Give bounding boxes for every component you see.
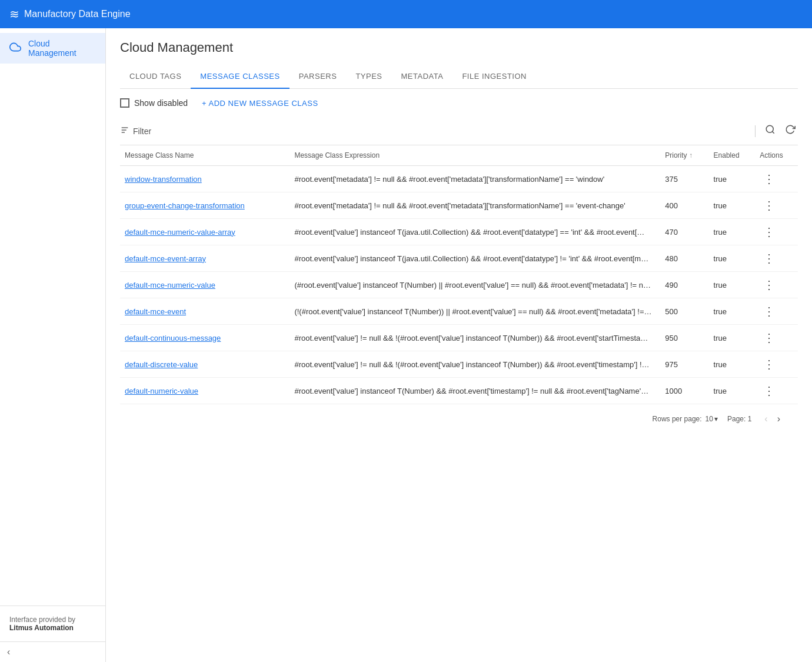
row-enabled: true [709,272,756,298]
row-name: default-mce-numeric-value [120,272,289,298]
row-actions-button[interactable]: ⋮ [760,330,778,345]
row-priority: 1000 [660,378,708,404]
row-actions-button[interactable]: ⋮ [760,277,778,292]
name-link[interactable]: default-mce-numeric-value [125,281,215,290]
page-label: Page: 1 [727,415,751,423]
logo-icon: ≋ [9,7,19,21]
name-link[interactable]: default-mce-event [125,307,186,316]
sidebar-footer: Interface provided by Litmus Automation [0,606,105,641]
row-actions: ⋮ [755,351,798,378]
table-toolbar: Filter [120,117,798,145]
row-enabled: true [709,219,756,245]
row-priority: 480 [660,245,708,272]
row-name: default-discrete-value [120,351,289,378]
table-toolbar-icons [753,122,798,140]
topbar: ≋ Manufactory Data Engine [0,0,812,28]
filter-icon [120,125,129,137]
row-actions-button[interactable]: ⋮ [760,198,778,213]
page-header: Cloud Management CLOUD TAGS MESSAGE CLAS… [106,28,812,89]
tab-types[interactable]: TYPES [346,65,391,89]
row-priority: 500 [660,298,708,325]
sidebar-item-cloud-management[interactable]: Cloud Management [0,33,105,64]
row-expression: #root.event['metadata'] != null && #root… [289,166,660,192]
tab-cloud-tags[interactable]: CLOUD TAGS [120,65,191,89]
priority-sort-icon: ↑ [689,151,693,159]
sidebar-bottom: Interface provided by Litmus Automation … [0,606,105,662]
table-row: default-discrete-value #root.event['valu… [120,351,798,378]
row-actions: ⋮ [755,378,798,404]
col-priority[interactable]: Priority ↑ [660,145,708,166]
row-priority: 490 [660,272,708,298]
next-page-button[interactable]: › [774,411,784,427]
tab-message-classes[interactable]: MESSAGE CLASSES [191,65,289,89]
content-area: Cloud Management CLOUD TAGS MESSAGE CLAS… [106,28,812,662]
row-actions: ⋮ [755,192,798,219]
show-disabled-checkbox[interactable] [120,98,129,108]
page-nav: ‹ › [761,411,784,427]
svg-line-4 [772,131,774,133]
sidebar: Cloud Management Interface provided by L… [0,28,106,662]
row-expression: #root.event['value'] instanceof T(java.u… [289,245,660,272]
row-actions: ⋮ [755,166,798,192]
row-name: default-mce-numeric-value-array [120,219,289,245]
col-actions: Actions [755,145,798,166]
table-row: window-transformation #root.event['metad… [120,166,798,192]
row-expression: #root.event['value'] instanceof T(Number… [289,378,660,404]
topbar-logo: ≋ Manufactory Data Engine [9,7,131,21]
table-row: default-mce-event-array #root.event['val… [120,245,798,272]
col-enabled: Enabled [709,145,756,166]
show-disabled-toggle[interactable]: Show disabled [120,98,188,108]
add-new-message-class-button[interactable]: + ADD NEW MESSAGE CLASS [202,99,318,108]
add-new-label: + ADD NEW MESSAGE CLASS [202,99,318,108]
sidebar-collapse-button[interactable]: ‹ [0,641,105,662]
name-link[interactable]: default-numeric-value [125,387,198,395]
rows-per-page: Rows per page: 10 ▾ [653,415,718,423]
table-row: default-continuous-message #root.event['… [120,325,798,351]
refresh-icon[interactable] [783,122,798,140]
table-row: group-event-change-transformation #root.… [120,192,798,219]
table-row: default-mce-numeric-value-array #root.ev… [120,219,798,245]
name-link[interactable]: default-continuous-message [125,334,221,342]
name-link[interactable]: default-mce-event-array [125,254,206,263]
tab-metadata[interactable]: METADATA [392,65,453,89]
row-actions-button[interactable]: ⋮ [760,304,778,319]
sidebar-footer-line1: Interface provided by [9,616,96,624]
filter-button[interactable]: Filter [120,125,151,137]
name-link[interactable]: default-mce-numeric-value-array [125,228,235,237]
tab-file-ingestion[interactable]: FILE INGESTION [452,65,536,89]
tab-parsers[interactable]: PARSERS [289,65,347,89]
table-row: default-numeric-value #root.event['value… [120,378,798,404]
name-link[interactable]: group-event-change-transformation [125,201,245,210]
row-name: group-event-change-transformation [120,192,289,219]
row-enabled: true [709,192,756,219]
rows-per-page-label: Rows per page: [653,415,702,423]
name-link[interactable]: default-discrete-value [125,360,198,369]
cloud-icon [9,41,21,56]
row-actions-button[interactable]: ⋮ [760,357,778,372]
col-name: Message Class Name [120,145,289,166]
row-actions: ⋮ [755,325,798,351]
svg-point-3 [766,125,773,132]
prev-page-button[interactable]: ‹ [761,411,771,427]
row-actions-button[interactable]: ⋮ [760,224,778,239]
row-expression: #root.event['metadata'] != null && #root… [289,192,660,219]
name-link[interactable]: window-transformation [125,175,202,184]
row-priority: 375 [660,166,708,192]
row-actions: ⋮ [755,219,798,245]
row-actions-button[interactable]: ⋮ [760,171,778,187]
rows-per-page-select[interactable]: 10 ▾ [705,415,718,423]
app-title: Manufactory Data Engine [24,9,131,19]
search-icon[interactable] [763,122,778,140]
row-expression: (!(#root.event['value'] instanceof T(Num… [289,298,660,325]
row-actions-button[interactable]: ⋮ [760,251,778,266]
row-actions: ⋮ [755,272,798,298]
row-priority: 975 [660,351,708,378]
row-priority: 400 [660,192,708,219]
page-title: Cloud Management [120,40,798,55]
row-priority: 950 [660,325,708,351]
row-name: default-mce-event-array [120,245,289,272]
row-actions: ⋮ [755,245,798,272]
row-expression: #root.event['value'] instanceof T(java.u… [289,219,660,245]
row-actions-button[interactable]: ⋮ [760,383,778,398]
collapse-icon: ‹ [7,647,10,657]
